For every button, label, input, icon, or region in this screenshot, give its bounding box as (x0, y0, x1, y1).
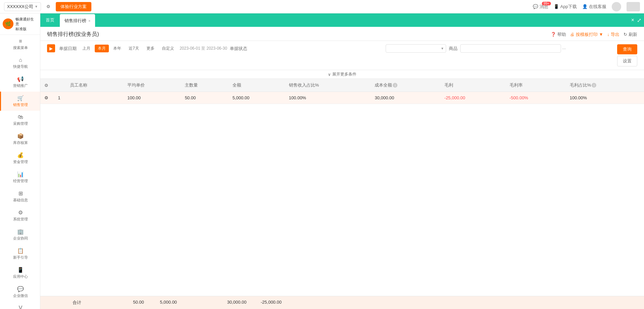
inventory-icon: 📦 (17, 133, 24, 139)
tab-close-icon[interactable]: × (88, 19, 90, 23)
gross-ratio-info-icon[interactable]: i (592, 83, 596, 88)
row-main-qty-0: 50.00 (181, 92, 228, 104)
sales-icon: 🛒 (17, 95, 24, 101)
row-rank-0: 1 (52, 92, 66, 104)
status-select-wrapper: ▼ (386, 44, 446, 53)
refresh-btn[interactable]: ↻ 刷新 (624, 32, 637, 38)
sidebar-item-finance[interactable]: 💰资金管理 (0, 149, 40, 168)
table-header-row: ⚙ 员工名称 平均单价 主数量 全额 销售收入占比% 成本全额 i (40, 79, 644, 92)
col-main-qty: 主数量 (181, 79, 228, 92)
avatar[interactable] (612, 2, 621, 11)
window-maximize-icon[interactable]: ⤢ (637, 17, 641, 23)
table-body: ⚙ 1 100.00 50.00 5,000.00 100.00% 30,000… (40, 92, 644, 104)
user-name-placeholder (627, 2, 640, 11)
app-download-btn[interactable]: 📱 App下载 (554, 4, 577, 10)
footer-label: 合计 (69, 300, 102, 306)
message-badge: 99+ (542, 2, 551, 5)
company-name: XXXXXX公司 (7, 4, 33, 10)
table-row: ⚙ 1 100.00 50.00 5,000.00 100.00% 30,000… (40, 92, 644, 104)
sidebar-item-app-center[interactable]: 📱应用中心 (0, 263, 40, 282)
table-section: ⚙ 员工名称 平均单价 主数量 全额 销售收入占比% 成本全额 i (40, 79, 644, 296)
basic-icon: ⊞ (18, 190, 23, 197)
company-select[interactable]: XXXXXX公司 ▼ (4, 2, 41, 11)
print-chevron-icon: ▼ (599, 32, 603, 37)
online-service-btn[interactable]: 👤 在线客服 (582, 4, 606, 10)
topbar-settings-icon[interactable]: ⚙ (44, 2, 53, 11)
filter-toggle-btn[interactable]: ▶ (47, 44, 55, 52)
help-btn[interactable]: ❓ 帮助 (551, 32, 566, 38)
row-settings-0[interactable]: ⚙ (40, 92, 52, 104)
sidebar-item-basic[interactable]: ⊞基础信息 (0, 187, 40, 206)
sidebar: 🌿 畅康通好生意 标准版 ≡搜索菜单⌂快捷导航📢营销推广🛒销售管理🛍采购管理📦库… (0, 13, 40, 309)
logo-text: 畅康通好生意 标准版 (15, 17, 37, 31)
print-icon: 🖨 (570, 32, 574, 37)
sidebar-item-label: 企业协同 (13, 236, 28, 241)
sidebar-item-label: 经营管理 (13, 178, 28, 184)
enterprise-collab-icon: 🏢 (17, 228, 24, 235)
goods-more-icon[interactable]: ··· (562, 46, 566, 51)
table-footer: 合计 50.00 5,000.00 30,000.00 -25,000.00 (40, 296, 644, 309)
date-range-text: 2023-06-01 至 2023-06-30 (180, 46, 227, 51)
sidebar-item-marketing[interactable]: 📢营销推广 (0, 72, 40, 92)
date-btn-more[interactable]: 更多 (143, 45, 158, 52)
footer-rank-spacer (55, 300, 69, 306)
sidebar-item-wechat[interactable]: 💬企业微信 (0, 282, 40, 302)
col-settings[interactable]: ⚙ (40, 79, 52, 92)
tab-home[interactable]: 首页 (40, 13, 60, 27)
sidebar-item-label: 营销推广 (13, 83, 28, 88)
sidebar-item-label: 应用中心 (13, 274, 28, 279)
date-btn-current-month[interactable]: 本月 (95, 45, 109, 52)
sidebar-item-newbie[interactable]: 📋新手引导 (0, 244, 40, 263)
row-gross-rate-0: -500.00% (506, 92, 566, 104)
sidebar-item-quick-nav[interactable]: ⌂快捷导航 (0, 54, 40, 72)
sidebar-item-operation[interactable]: 📊经营管理 (0, 168, 40, 187)
message-btn[interactable]: 💬 消息 99+ (533, 4, 548, 10)
search-order-icon: ≡ (19, 38, 22, 44)
member-icon: V (19, 305, 23, 309)
window-close-icon[interactable]: × (631, 17, 634, 23)
sidebar-nav: ≡搜索菜单⌂快捷导航📢营销推广🛒销售管理🛍采购管理📦库存核算💰资金管理📊经营管理… (0, 35, 40, 309)
date-btn-7days[interactable]: 近7天 (126, 45, 142, 52)
row-gross-ratio-0: 100.00% (566, 92, 644, 104)
operation-icon: 📊 (17, 171, 24, 177)
row-avg-price-0: 100.00 (123, 92, 181, 104)
sidebar-item-system[interactable]: ⚙系统管理 (0, 206, 40, 225)
row-sales-ratio-0: 100.00% (285, 92, 371, 104)
page-content: 销售排行榜(按业务员) ❓ 帮助 🖨 按模板打印 ▼ ↓ 导出 (40, 27, 644, 309)
cost-info-icon[interactable]: i (393, 83, 397, 88)
sidebar-item-inventory[interactable]: 📦库存核算 (0, 130, 40, 149)
date-btn-last-month[interactable]: 上月 (79, 45, 93, 52)
system-icon: ⚙ (18, 209, 23, 216)
status-select[interactable] (386, 44, 446, 53)
page-title: 销售排行榜(按业务员) (47, 31, 99, 38)
trial-button[interactable]: 体验行业方案 (56, 2, 91, 11)
col-gross-ratio: 毛利占比% i (566, 79, 644, 92)
status-label: 单据状态 (230, 46, 383, 52)
print-btn[interactable]: 🖨 按模板打印 ▼ (570, 32, 603, 38)
export-btn[interactable]: ↓ 导出 (607, 32, 620, 38)
sidebar-item-search-order[interactable]: ≡搜索菜单 (0, 35, 40, 54)
sidebar-item-enterprise-collab[interactable]: 🏢企业协同 (0, 225, 40, 244)
query-button[interactable]: 查询 (617, 44, 637, 54)
date-btn-custom[interactable]: 自定义 (159, 45, 177, 52)
expand-more-btn[interactable]: ∨ 展开更多条件 (328, 71, 356, 77)
settings-page-button[interactable]: 设置 (617, 56, 637, 66)
data-table: ⚙ 员工名称 平均单价 主数量 全额 销售收入占比% 成本全额 i (40, 79, 644, 104)
sidebar-item-sales[interactable]: 🛒销售管理 (0, 92, 40, 111)
col-employee: 员工名称 (66, 79, 123, 92)
sidebar-item-purchase[interactable]: 🛍采购管理 (0, 111, 40, 130)
row-amount-0: 5,000.00 (228, 92, 285, 104)
export-icon: ↓ (607, 32, 610, 37)
finance-icon: 💰 (17, 152, 24, 158)
sidebar-item-member[interactable]: V畅会员 (0, 302, 40, 309)
quick-nav-icon: ⌂ (19, 57, 22, 63)
footer-gross: -25,000.00 (257, 300, 290, 306)
date-btn-current-year[interactable]: 本年 (110, 45, 124, 52)
row-cost-amount-0: 30,000.00 (371, 92, 440, 104)
expand-icon: ∨ (328, 72, 331, 77)
logo-icon: 🌿 (3, 18, 13, 29)
footer-cost-amount: 30,000.00 (223, 300, 257, 306)
sidebar-item-label: 搜索菜单 (13, 45, 28, 50)
goods-input[interactable] (460, 44, 561, 53)
tab-sales-ranking[interactable]: 销售排行榜 × (60, 14, 95, 28)
